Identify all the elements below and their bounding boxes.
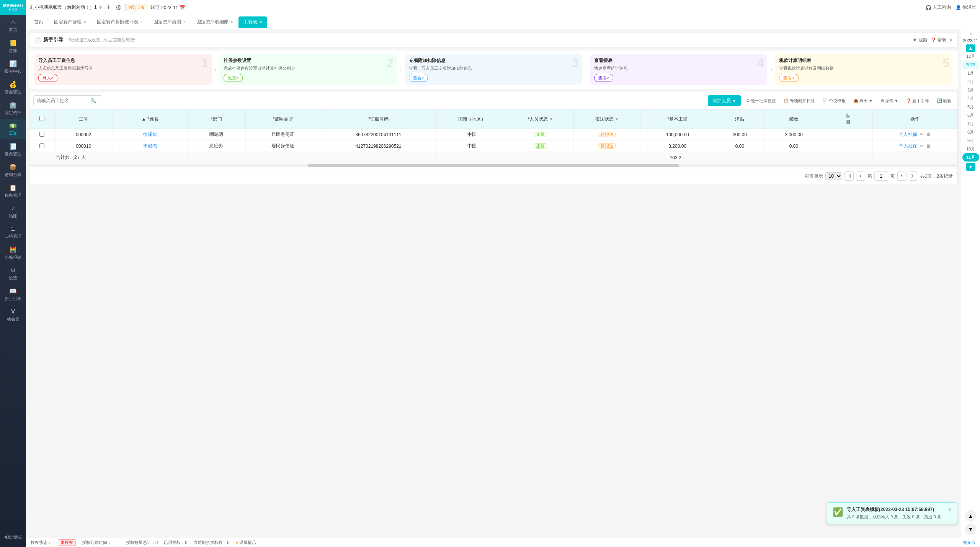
fund-icon: 💰 [9,81,17,88]
tab-fadl-close[interactable]: × [231,20,233,24]
h-scrollbar[interactable] [29,164,490,167]
sidebar-item-archive[interactable]: 🗂 归档管理 [0,222,26,243]
step-3-btn[interactable]: 查看> [409,74,428,82]
step-1-num: 1 [202,56,209,70]
row-2-name-link[interactable]: 李俊杰 [143,143,157,149]
newbie-guide-header: 📄 新手引导 5步快速完成设置，快去完善信息吧~ ▶ 视频 ❓ 帮助 × [29,32,490,47]
summary-dept: -- [187,152,245,163]
step-2-btn[interactable]: 设置> [224,74,243,82]
summary-country: -- [436,152,490,163]
tab-salary-table[interactable]: 工资表 × [238,16,267,28]
row-1-name[interactable]: 徐泽华 [113,129,187,140]
th-country: 国籍（地区） [436,109,490,129]
header: 刘小艳演示账套（勿删勿动！）1 ▼ + ⚙ 切到旧版 账期 2023-11 📅 … [26,0,490,15]
add-account-btn[interactable]: + [106,3,112,12]
sidebar-item-home-label: 首页 [9,27,17,33]
table-scroll[interactable]: 工号 ▲ *姓名 *部门 *证照类型 *证照号码 [29,109,490,163]
summary-idtype: -- [245,152,320,163]
sidebar-item-settings[interactable]: ⚙ 设置 [0,263,26,273]
search-icon[interactable]: 🔍 [90,98,96,103]
row-1-checkbox[interactable] [39,132,44,137]
calendar-icon: 📅 [180,5,185,10]
guide-title-wrap: 📄 新手引导 5步快速完成设置，快去完善信息吧~ [35,36,137,43]
step-2-title: 社保参数设置 [224,57,393,64]
sidebar-item-settlement[interactable]: ✓ 结账 [0,201,26,222]
tab-fixed-asset-category[interactable]: 固定资产类别 × [149,16,191,28]
archive-icon: 🗂 [10,225,16,232]
salary-data-table: 工号 ▲ *姓名 *部门 *证照类型 *证照号码 [29,109,490,163]
tab-home[interactable]: 首页 [29,16,48,28]
row-2-checkbox[interactable] [39,143,44,148]
row-2-name[interactable]: 李俊杰 [113,140,187,152]
table-header: 工号 ▲ *姓名 *部门 *证照类型 *证照号码 [29,109,490,129]
account-name: 刘小艳演示账套（勿删勿动！）1 [30,4,97,11]
account-selector[interactable]: 刘小艳演示账套（勿删勿动！）1 ▼ [30,4,103,11]
row-1-id-no: 360782200104131111 [320,129,437,140]
settings-icon: ⚙ [10,267,16,274]
guide-steps-container: 1 导入员工工资信息 人员信息及工资数据新增导入 导入> › 2 社保参数设置 … [29,51,490,89]
search-input[interactable] [37,98,90,103]
step-1-desc: 人员信息及工资数据新增导入 [38,65,208,72]
summary-label: 合计共（2）人 [29,152,113,163]
row-2-dept: 总经办 [187,140,245,152]
sidebar-item-invoice-mgmt[interactable]: 🧾 发票管理 [0,139,26,160]
sidebar-item-inv-label: 发票管理 [5,151,21,157]
th-emp-no: 工号 [54,109,113,129]
h-scrollbar-thumb[interactable] [308,164,490,167]
expense-icon: 🧮 [9,246,17,253]
row-2-check[interactable] [29,140,54,152]
sidebar-item-set-label: 结账 [9,213,17,219]
tab-fixed-asset-depreciation[interactable]: 固定资产折旧统计表 × [92,16,148,28]
th-name[interactable]: ▲ *姓名 [113,109,187,129]
sidebar-item-fm-label: 资金管理 [5,89,21,95]
sidebar-item-tax-label: 税务管理 [5,193,21,198]
app-edition: 专业版 [8,8,18,12]
sidebar-item-payroll[interactable]: 💵 工资 [0,119,26,139]
sidebar-item-general-ledger[interactable]: 📒 总账 [0,36,26,57]
tab-fam-label: 固定资产管理 [54,19,82,25]
tab-fixed-asset-detail[interactable]: 固定资产明细账 × [191,16,238,28]
summary-idno: -- [320,152,437,163]
sidebar-item-home[interactable]: ⌂ 首页 [0,15,26,36]
sidebar-item-fixed-assets[interactable]: 🏢 固定资产 [0,98,26,119]
guide-title-text: 新手引导 [43,36,63,43]
version-tag[interactable]: 切到旧版 [125,4,147,11]
tax-icon: 📋 [9,184,17,191]
tab-fixed-asset-mgmt[interactable]: 固定资产管理 × [49,16,91,28]
sidebar-item-pay-label: 工资 [9,131,17,136]
tab-fad-close[interactable]: × [140,20,143,24]
tab-st-close[interactable]: × [260,20,262,24]
step-1-title: 导入员工工资信息 [38,57,208,64]
app-logo: 畅捷通好会计 专业版 [0,0,26,15]
row-1-country: 中国 [436,129,490,140]
sidebar-item-gl-label: 总账 [9,48,17,54]
sidebar-item-purchase-sales[interactable]: 📦 进销台账 [0,160,26,181]
summary-row: 合计共（2）人 -- -- -- -- -- -- -- 103,2... -- [29,152,490,163]
table-footer: 合计共（2）人 -- -- -- -- -- -- -- 103,2... -- [29,152,490,163]
tab-fad-label: 固定资产折旧统计表 [97,19,138,25]
step-1-btn[interactable]: 导入> [38,74,57,82]
sidebar-item-fund-mgmt[interactable]: 💰 资金管理 [0,77,26,98]
sort-up-icon: ▲ [142,116,146,122]
table-row: 000002 徐泽华 嗯嗯嗯 居民身份证 360782200104131111 … [29,129,490,140]
sidebar-item-tax-mgmt[interactable]: 📋 税务管理 [0,181,26,201]
sidebar-item-ps-label: 进销台账 [5,172,21,178]
row-1-name-link[interactable]: 徐泽华 [143,132,157,137]
period-selector[interactable]: 账期 2023-11 📅 [150,4,185,11]
account-dropdown-icon: ▼ [98,5,103,10]
report-icon: 📊 [9,60,17,67]
select-all-checkbox[interactable] [39,116,44,121]
th-dept: *部门 [187,109,245,129]
row-1-check[interactable] [29,129,54,140]
tab-fadl-label: 固定资产明细账 [196,19,229,25]
sidebar-item-expense[interactable]: 🧮 小畅报销 [0,243,26,263]
sidebar-item-rc-label: 报表中心 [5,69,21,74]
payroll-icon: 💵 [9,122,17,129]
tab-fac-close[interactable]: × [183,20,186,24]
step-2-desc: 完成社保参数设置自动计算社保公积金 [224,65,393,72]
sidebar-item-report-center[interactable]: 📊 报表中心 [0,57,26,77]
tab-st-label: 工资表 [243,19,257,25]
row-2-emp-no: 000010 [54,140,113,152]
tab-fam-close[interactable]: × [84,20,86,24]
settings-btn[interactable]: ⚙ [114,3,122,13]
